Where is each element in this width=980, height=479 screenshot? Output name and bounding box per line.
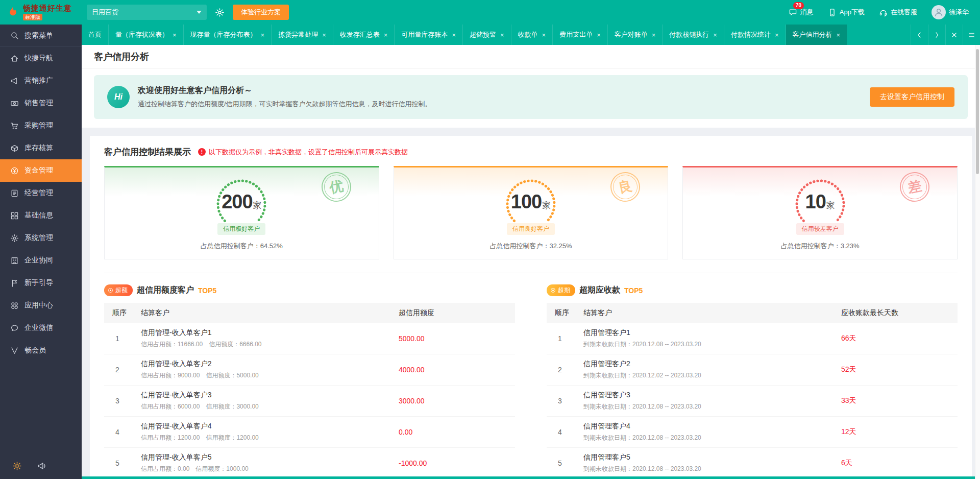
over-limit-title: 超信用额度客户 [137, 285, 194, 296]
messages-button[interactable]: 70 消息 [789, 8, 814, 17]
tabs-scroll-right-button[interactable] [928, 25, 945, 45]
setup-credit-control-button[interactable]: 去设置客户信用控制 [870, 87, 954, 107]
col-customer: 结算客户 [141, 308, 399, 318]
tab-label: 可用量库存账本 [401, 30, 448, 39]
table-row: 4 信用管理-收入单客户4 信用占用额：1200.00 信用额度：1200.00… [104, 417, 515, 448]
row-order: 2 [104, 366, 141, 374]
tab-close-icon[interactable] [597, 31, 601, 39]
table-row: 3 信用管理客户3 到期未收款日期：2020.12.08 -- 2023.03.… [547, 386, 958, 417]
brand: 畅捷通好生意 标准版 [0, 4, 82, 20]
tab-label: 首页 [88, 30, 102, 39]
col-order: 顺序 [547, 308, 583, 318]
sidebar-item[interactable]: 快捷导航 [0, 47, 82, 69]
tab-close-icon[interactable] [713, 31, 717, 39]
app-download-button[interactable]: App下载 [828, 8, 865, 17]
vertical-scrollbar[interactable] [975, 45, 980, 479]
row-value: 5000.00 [399, 334, 515, 343]
tab-close-icon[interactable] [452, 31, 456, 39]
main-area: 首页 量（库存状况表） 现存量（库存分布表） 拣货异常处理 收发存汇总表 可用量… [82, 25, 980, 479]
tab-label: 费用支出单 [559, 30, 593, 39]
tab[interactable]: 现存量（库存分布表） [184, 25, 272, 45]
customer-detail: 到期未收款日期：2020.12.08 -- 2023.03.20 [583, 465, 841, 473]
tab-close-icon[interactable] [384, 31, 388, 39]
row-customer: 信用管理-收入单客户3 信用占用额：6000.00 信用额度：3000.00 [141, 391, 399, 411]
customer-name: 信用管理-收入单客户1 [141, 328, 399, 338]
sidebar-item[interactable]: 系统管理 [0, 227, 82, 249]
sidebar-item[interactable]: 库存核算 [0, 137, 82, 159]
bottom-accent-strip [82, 476, 980, 479]
sidebar-item[interactable]: 营销推广 [0, 69, 82, 92]
tab[interactable]: 量（库存状况表） [109, 25, 184, 45]
sidebar-item[interactable]: 应用中心 [0, 294, 82, 317]
tab-close-icon[interactable] [652, 31, 656, 39]
tab-close-icon[interactable] [542, 31, 546, 39]
tab-close-icon[interactable] [500, 31, 504, 39]
tab-close-icon[interactable] [261, 31, 265, 39]
tab[interactable]: 收发存汇总表 [333, 25, 395, 45]
tabs-menu-button[interactable] [963, 25, 980, 45]
tab[interactable]: 付款核销执行 [663, 25, 724, 45]
sidebar-item[interactable]: 企业协同 [0, 249, 82, 272]
customer-name: 信用管理-收入单客户3 [141, 391, 399, 400]
overdue-table: 超期 超期应收款 TOP5 顺序 结算客户 应收账款最长天数 [547, 284, 958, 479]
tab-close-icon[interactable] [322, 31, 326, 39]
col-customer: 结算客户 [583, 308, 841, 318]
sidebar-item[interactable]: 资金管理 [0, 159, 82, 182]
customer-detail: 信用占用额：6000.00 信用额度：3000.00 [141, 402, 399, 411]
customer-name: 信用管理客户1 [583, 328, 841, 338]
sidebar-item[interactable]: 采购管理 [0, 114, 82, 137]
overdue-top5: TOP5 [624, 286, 643, 295]
sidebar-item-icon [10, 54, 19, 63]
online-service-button[interactable]: 在线客服 [879, 8, 917, 17]
sidebar-item[interactable]: 搜索菜单 [0, 25, 82, 47]
sidebar-item[interactable]: 基础信息 [0, 204, 82, 227]
sidebar-item[interactable]: 新手引导 [0, 272, 82, 294]
tab[interactable]: 客户信用分析 [786, 25, 848, 45]
row-value: 66天 [841, 334, 958, 343]
sidebar-item[interactable]: 企业微信 [0, 317, 82, 339]
sidebar-item-label: 采购管理 [24, 121, 53, 130]
tabs-close-all-button[interactable] [945, 25, 963, 45]
user-menu[interactable]: 徐泽华 [932, 5, 969, 19]
over-limit-column-headers: 顺序 结算客户 超信用额度 [104, 303, 515, 323]
sidebar-item[interactable]: 销售管理 [0, 92, 82, 114]
tab[interactable]: 客户对账单 [608, 25, 663, 45]
row-customer: 信用管理客户4 到期未收款日期：2020.12.08 -- 2023.03.20 [583, 422, 841, 442]
tab[interactable]: 可用量库存账本 [395, 25, 463, 45]
tab-label: 客户信用分析 [793, 30, 832, 39]
tab[interactable]: 拣货异常处理 [272, 25, 333, 45]
settings-gear-icon[interactable] [215, 8, 225, 17]
tab-close-icon[interactable] [173, 31, 177, 39]
sidebar-item-icon [10, 211, 19, 220]
tab[interactable]: 费用支出单 [553, 25, 608, 45]
row-customer: 信用管理客户3 到期未收款日期：2020.12.08 -- 2023.03.20 [583, 391, 841, 411]
sidebar-item[interactable]: 经营管理 [0, 182, 82, 204]
sidebar-announcement-icon[interactable] [37, 461, 47, 471]
tab[interactable]: 首页 [82, 25, 109, 45]
tabs-scroll-left-button[interactable] [911, 25, 928, 45]
tab-close-icon[interactable] [775, 31, 779, 39]
row-customer: 信用管理客户1 到期未收款日期：2020.12.08 -- 2023.03.20 [583, 328, 841, 349]
tab[interactable]: 收款单 [511, 25, 553, 45]
row-value: 3000.00 [399, 397, 515, 405]
sidebar-settings-icon[interactable] [12, 461, 22, 471]
app-window: 畅捷通好生意 标准版 日用百货 体验行业方案 70 消息 App下载 在线客服 [0, 0, 980, 479]
col-over-amount: 超信用额度 [399, 308, 515, 318]
sidebar-item-icon [10, 324, 19, 332]
topbar: 畅捷通好生意 标准版 日用百货 体验行业方案 70 消息 App下载 在线客服 [0, 0, 980, 25]
org-select[interactable]: 日用百货 [87, 5, 207, 20]
trial-plan-button[interactable]: 体验行业方案 [233, 5, 289, 20]
row-order: 5 [547, 459, 583, 467]
tab[interactable]: 付款情况统计 [724, 25, 786, 45]
credit-share-text: 占总信用控制客户：64.52% [201, 242, 283, 251]
tab[interactable]: 超储预警 [463, 25, 511, 45]
sidebar-item-icon [10, 234, 19, 243]
open-tabs: 首页 量（库存状况表） 现存量（库存分布表） 拣货异常处理 收发存汇总表 可用量… [82, 25, 911, 45]
overdue-title: 超期应收款 [579, 285, 620, 296]
overdue-badge: 超期 [547, 284, 575, 296]
scrollbar-thumb[interactable] [976, 49, 979, 174]
sidebar-item[interactable]: 畅会员 [0, 339, 82, 362]
tab-close-icon[interactable] [837, 31, 841, 39]
row-value: 4000.00 [399, 366, 515, 374]
page-title: 客户信用分析 [94, 51, 149, 63]
